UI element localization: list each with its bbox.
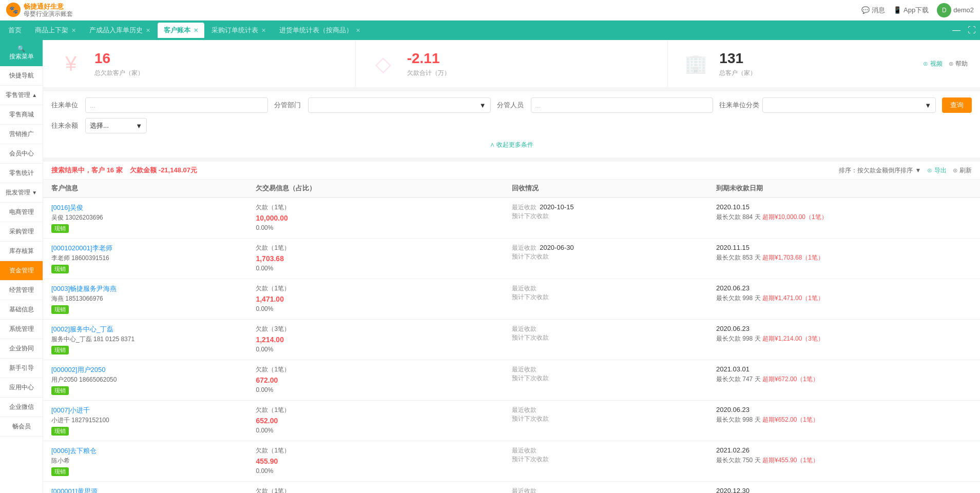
message-icon: 💬 — [861, 6, 870, 14]
header-customer: 客户信息 — [51, 184, 256, 193]
tab-purchase-order[interactable]: 采购订单统计表 ✕ — [205, 23, 272, 38]
data-table: 客户信息 欠交易信息（占比） 回收情况 到期未收款日期 [0016]吴俊 吴俊 … — [43, 180, 980, 493]
debt-customers-label: 总欠款客户（家） — [94, 69, 144, 77]
header-recovery: 回收情况 — [512, 184, 716, 193]
customer-name-5[interactable]: [0007]小进千 — [51, 406, 256, 415]
sidebar-item-inventory[interactable]: 库存核算 — [0, 242, 43, 261]
customer-info-2: [0003]畅捷服务尹海燕 海燕 18513066976 现销 — [51, 284, 256, 314]
tab-expand-btn[interactable]: ⛶ — [966, 26, 978, 35]
overdue-link-4[interactable]: 超期¥672.00（1笔） — [762, 376, 819, 383]
app-download-btn[interactable]: 📱 App下载 — [893, 6, 929, 15]
table-row: [000001]黄思源 黄思源 13552700226 现销 欠款（1笔） 42… — [43, 482, 980, 493]
chevron-down-icon: ▼ — [32, 190, 37, 195]
sidebar-item-retail-mall[interactable]: 零售商城 — [0, 105, 43, 125]
debt-info-7: 欠款（1笔） 429.00 0.00% — [256, 487, 511, 493]
recovery-info-6: 最近收款 预计下次收款 — [512, 446, 716, 464]
close-icon[interactable]: ✕ — [194, 27, 198, 34]
customer-info-1: [0001020001]李老师 李老师 18600391516 现销 — [51, 244, 256, 273]
chevron-down-icon: ▼ — [479, 102, 486, 109]
user-menu[interactable]: D demo2 — [937, 3, 974, 17]
balance-select[interactable]: 选择... ▼ — [85, 118, 147, 133]
sidebar-item-enterprise-wechat[interactable]: 企业微信 — [0, 398, 43, 417]
chevron-down-icon: ▲ — [32, 92, 37, 98]
top-bar: 🐾 畅捷通好生意 母婴行业演示账套 💬 消息 📱 App下载 D demo2 — [0, 0, 980, 21]
tab-product-history[interactable]: 产成品入库单历史 ✕ — [83, 23, 157, 38]
customer-name-7[interactable]: [000001]黄思源 — [51, 487, 256, 493]
sidebar-item-retail-stats[interactable]: 零售统计 — [0, 164, 43, 183]
overdue-link-5[interactable]: 超期¥652.00（1笔） — [762, 416, 819, 423]
customer-info-6: [0006]去下粮仓 陈小希 现销 — [51, 446, 256, 476]
tab-restore-btn[interactable]: — — [950, 26, 963, 35]
sidebar-item-finance[interactable]: 资金管理 — [0, 261, 43, 281]
tab-product-status[interactable]: 商品上下架 ✕ — [29, 23, 82, 38]
customer-name-2[interactable]: [0003]畅捷服务尹海燕 — [51, 284, 256, 293]
customer-badge-3: 现销 — [51, 346, 69, 354]
sidebar-item-system[interactable]: 系统管理 — [0, 320, 43, 339]
sidebar-item-marketing[interactable]: 营销推广 — [0, 125, 43, 144]
customer-info-4: [000002]用户2050 用户2050 18665062050 现销 — [51, 365, 256, 395]
customer-info-5: [0007]小进千 小进千 18279152100 现销 — [51, 406, 256, 436]
collapse-filters-btn[interactable]: ∧ 收起更多条件 — [51, 139, 972, 151]
recovery-info-2: 最近收款 预计下次收款 — [512, 284, 716, 302]
sidebar-item-newbie[interactable]: 新手引导 — [0, 359, 43, 378]
header-overdue: 到期未收款日期 — [716, 184, 972, 193]
overdue-link-6[interactable]: 超期¥455.90（1笔） — [762, 457, 819, 464]
query-button[interactable]: 查询 — [942, 97, 972, 113]
overdue-info-7: 2020.12.30 最长欠款 808 天 超期¥429.00（1笔） — [716, 487, 972, 493]
customer-name-4[interactable]: [000002]用户2050 — [51, 365, 256, 374]
table-row: [0006]去下粮仓 陈小希 现销 欠款（1笔） 455.90 0.00% 最近… — [43, 441, 980, 482]
stat-card-debt-total: ◇ -2.11 欠款合计（万） — [356, 40, 668, 87]
recovery-info-4: 最近收款 预计下次收款 — [512, 365, 716, 383]
message-btn[interactable]: 💬 消息 — [861, 6, 885, 15]
refresh-btn[interactable]: ⊙ 刷新 — [953, 166, 972, 175]
sidebar-item-operations[interactable]: 经营管理 — [0, 281, 43, 300]
sidebar-item-enterprise-collab[interactable]: 企业协同 — [0, 339, 43, 359]
debt-info-6: 欠款（1笔） 455.90 0.00% — [256, 446, 511, 475]
close-icon[interactable]: ✕ — [261, 27, 266, 34]
tab-customer-account[interactable]: 客户账本 ✕ — [158, 23, 204, 38]
tab-home[interactable]: 首页 — [2, 23, 28, 38]
close-icon[interactable]: ✕ — [356, 27, 360, 34]
filter-row-1: 往来单位 ... 分管部门 ▼ 分管人员 ... — [51, 97, 972, 113]
sidebar-item-app-center[interactable]: 应用中心 — [0, 378, 43, 398]
customer-name-6[interactable]: [0006]去下粮仓 — [51, 446, 256, 456]
close-icon[interactable]: ✕ — [146, 27, 150, 34]
debt-info-3: 欠款（3笔） 1,214.00 0.00% — [256, 325, 511, 353]
sidebar-item-basic-info[interactable]: 基础信息 — [0, 300, 43, 320]
customer-info-3: [0002]服务中心_丁磊 服务中心_丁磊 181 0125 8371 现销 — [51, 325, 256, 354]
unit-category-select[interactable]: ▼ — [762, 97, 936, 113]
overdue-link-0[interactable]: 超期¥10,000.00（1笔） — [762, 213, 828, 221]
view-video-btn[interactable]: ⊙ 视频 — [923, 60, 942, 68]
customer-name-1[interactable]: [0001020001]李老师 — [51, 244, 256, 253]
sidebar-item-ecommerce[interactable]: 电商管理 — [0, 203, 43, 222]
overdue-link-3[interactable]: 超期¥1,214.00（3笔） — [762, 335, 824, 342]
sidebar-item-vip[interactable]: 畅会员 — [0, 417, 43, 437]
customer-name-3[interactable]: [0002]服务中心_丁磊 — [51, 325, 256, 334]
top-bar-left: 🐾 畅捷通好生意 母婴行业演示账套 — [6, 3, 73, 18]
manager-input[interactable]: ... — [531, 97, 714, 113]
export-btn[interactable]: ⊙ 导出 — [927, 166, 946, 175]
customer-phone-3: 服务中心_丁磊 181 0125 8371 — [51, 335, 256, 344]
recovery-info-0: 最近收款 2020-10-15 预计下次收款 — [512, 203, 716, 221]
from-unit-input[interactable]: ... — [85, 97, 268, 113]
sidebar-search[interactable]: 🔍 搜索菜单 — [0, 40, 43, 66]
close-icon[interactable]: ✕ — [71, 27, 76, 34]
customer-phone-0: 吴俊 13026203696 — [51, 213, 256, 222]
overdue-link-2[interactable]: 超期¥1,471.00（1笔） — [762, 294, 824, 302]
customer-badge-5: 现销 — [51, 427, 69, 436]
overdue-link-1[interactable]: 超期¥1,703.68（1笔） — [762, 254, 824, 261]
sub-brand: 母婴行业演示账套 — [24, 10, 73, 17]
main-layout: 🔍 搜索菜单 快捷导航 零售管理 ▲ 零售商城 营销推广 会员中心 零售统计 批… — [0, 40, 980, 493]
stat-info-debt-customers: 16 总欠款客户（家） — [94, 50, 144, 77]
sidebar-item-member-center[interactable]: 会员中心 — [0, 144, 43, 164]
sort-select[interactable]: 排序：按欠款金额倒序排序 ▼ — [839, 166, 921, 175]
tab-stock-stats[interactable]: 进货单统计表（按商品） ✕ — [273, 23, 367, 38]
sidebar-item-batch-mgmt[interactable]: 批发管理 ▼ — [0, 183, 43, 203]
sidebar-item-purchase[interactable]: 采购管理 — [0, 222, 43, 242]
sidebar-item-retail-mgmt[interactable]: 零售管理 ▲ — [0, 86, 43, 105]
help-btn[interactable]: ⊙ 帮助 — [949, 60, 968, 68]
sidebar-item-quick-nav: 快捷导航 — [0, 66, 43, 86]
stat-card-debt-customers: ¥ 16 总欠款客户（家） — [43, 40, 356, 87]
customer-name-0[interactable]: [0016]吴俊 — [51, 203, 256, 212]
dept-select[interactable]: ▼ — [308, 97, 491, 113]
